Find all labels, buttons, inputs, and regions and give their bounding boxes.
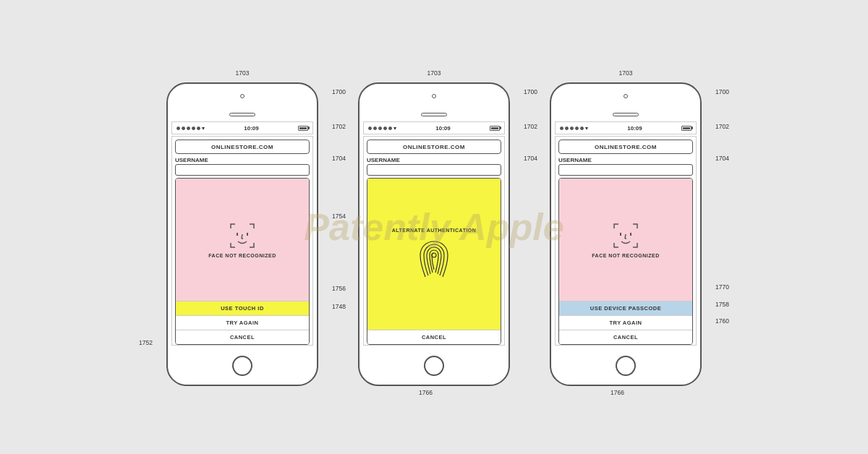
phone1-face-icon bbox=[228, 221, 257, 250]
phone3-anno-right-btn2: 1758 bbox=[715, 301, 729, 308]
phone1-try-again-btn[interactable]: TRY AGAIN bbox=[176, 315, 309, 330]
phone1-anno-right-btn1: 1756 bbox=[332, 285, 346, 292]
phone3-anno-right-top: 1700 bbox=[715, 88, 729, 95]
phone2-username-label: USERNAME bbox=[367, 157, 501, 163]
phone1-wrapper: 1703 1700 1702 1704 1754 1756 1748 1752 bbox=[166, 82, 318, 386]
phone3-home-button[interactable] bbox=[616, 356, 636, 376]
phone1-username-label: USERNAME bbox=[175, 157, 310, 163]
signal-dot2 bbox=[182, 127, 185, 130]
phone2-fingerprint-box: ALTERNATE AUTHENTICATION bbox=[367, 179, 501, 330]
phone1-screen: ONLINESTORE.COM USERNAME bbox=[171, 136, 313, 346]
phone2-cancel-btn[interactable]: CANCEL bbox=[367, 330, 501, 344]
signal-dot5 bbox=[197, 127, 200, 130]
phone1-url-text: ONLINESTORE.COM bbox=[211, 144, 273, 150]
signal-dot4 bbox=[192, 127, 195, 130]
phone3-anno-right-btn1: 1770 bbox=[715, 283, 729, 291]
phone1-anno-right-btn2: 1748 bbox=[332, 303, 346, 310]
phone2-battery-icon bbox=[490, 126, 500, 131]
phone3-cancel-btn[interactable]: CANCEL bbox=[559, 330, 692, 344]
wifi-icon: ▾ bbox=[202, 125, 205, 132]
phone2-url-bar: ONLINESTORE.COM bbox=[367, 140, 501, 154]
phone2-top bbox=[359, 84, 509, 121]
phone3-bottom bbox=[551, 347, 700, 385]
phone2-url-text: ONLINESTORE.COM bbox=[403, 144, 465, 150]
phone3-speaker bbox=[613, 113, 639, 116]
phone1-anno-right-status: 1702 bbox=[332, 123, 346, 130]
phone3-url-bar: ONLINESTORE.COM bbox=[558, 140, 693, 154]
signal-dot1 bbox=[176, 127, 180, 130]
svg-point-4 bbox=[432, 253, 436, 257]
phone1-anno-right-dialog: 1754 bbox=[332, 213, 346, 220]
phone3-url-text: ONLINESTORE.COM bbox=[595, 144, 657, 150]
phone3-face-not-recognized: FACE NOT RECOGNIZED bbox=[592, 253, 660, 258]
phone3-screen: ONLINESTORE.COM USERNAME bbox=[555, 136, 697, 346]
phone2-wifi-icon: ▾ bbox=[393, 125, 396, 132]
phone2-battery bbox=[490, 126, 500, 131]
phone2-anno-top: 1703 bbox=[427, 69, 441, 77]
phone1-speaker bbox=[229, 113, 255, 116]
phone2-speaker bbox=[421, 113, 447, 116]
phone1-face-id-box: FACE NOT RECOGNIZED bbox=[176, 179, 309, 301]
phone1-status-bar: ▾ 10:09 bbox=[171, 121, 313, 134]
phone3-anno-right-status: 1702 bbox=[715, 123, 729, 130]
phone1-battery bbox=[298, 126, 308, 131]
phone3-wrapper: 1703 1700 1702 1704 1770 1758 1760 1766 bbox=[550, 82, 702, 386]
phone2-time: 10:09 bbox=[435, 125, 450, 132]
phone3-input bbox=[558, 164, 693, 176]
phone3-battery bbox=[681, 126, 692, 131]
phone2: ▾ 10:09 ONLINESTORE.COM USERNAME bbox=[358, 82, 510, 386]
phone1-home-button[interactable] bbox=[232, 356, 252, 376]
svg-line-2 bbox=[242, 234, 242, 239]
phone2-camera bbox=[432, 94, 436, 98]
phone2-anno-bottom-cancel: 1766 bbox=[419, 389, 433, 396]
phone2-signal: ▾ bbox=[368, 125, 396, 132]
phone2-home-button[interactable] bbox=[424, 356, 444, 376]
phone3-anno-right-btn3: 1760 bbox=[715, 317, 729, 325]
phone3-top bbox=[551, 84, 700, 121]
phone1-anno-right-top: 1700 bbox=[332, 88, 346, 95]
phone1-face-not-recognized: FACE NOT RECOGNIZED bbox=[208, 253, 276, 258]
phone3-status-bar: ▾ 10:09 bbox=[555, 121, 697, 134]
phone3-wifi-icon: ▾ bbox=[585, 125, 588, 132]
phone1-time: 10:09 bbox=[244, 125, 258, 132]
phone3-dialog: FACE NOT RECOGNIZED USE DEVICE PASSCODE … bbox=[558, 178, 693, 345]
phone1-signal: ▾ bbox=[176, 125, 205, 132]
battery-fill bbox=[299, 127, 307, 129]
signal-dot3 bbox=[187, 127, 190, 130]
phone1-anno-top: 1703 bbox=[236, 69, 250, 77]
phone3-anno-right-field: 1704 bbox=[715, 155, 729, 162]
phone3-time: 10:09 bbox=[627, 125, 642, 132]
phone2-anno-right-field: 1704 bbox=[524, 155, 537, 162]
phone2-input bbox=[367, 164, 501, 176]
phones-row: 1703 1700 1702 1704 1754 1756 1748 1752 bbox=[166, 68, 702, 386]
battery-icon bbox=[298, 126, 308, 131]
phone3-use-device-passcode-btn[interactable]: USE DEVICE PASSCODE bbox=[559, 301, 692, 315]
phone3-camera bbox=[624, 94, 628, 98]
phone2-screen: ONLINESTORE.COM USERNAME ALTERNATE AUTHE… bbox=[363, 136, 505, 346]
phone3-anno-top: 1703 bbox=[619, 69, 633, 77]
phone1-camera bbox=[240, 94, 244, 98]
phone2-anno-right-top: 1700 bbox=[524, 88, 537, 95]
phone3-battery-icon bbox=[681, 126, 692, 131]
phone1-anno-right-field: 1704 bbox=[332, 155, 346, 162]
phone1-dialog: FACE NOT RECOGNIZED USE TOUCH ID TRY AGA… bbox=[175, 178, 310, 345]
phone3-try-again-btn[interactable]: TRY AGAIN bbox=[559, 315, 692, 330]
phone1-use-touch-id-btn[interactable]: USE TOUCH ID bbox=[176, 301, 309, 315]
phone3-username-label: USERNAME bbox=[558, 157, 693, 163]
phone1-input bbox=[175, 164, 310, 176]
phone1-cancel-btn[interactable]: CANCEL bbox=[176, 330, 309, 344]
phone1-anno-left-bottom: 1752 bbox=[139, 339, 153, 346]
phone2-dialog: ALTERNATE AUTHENTICATION bbox=[367, 178, 501, 345]
phone1-top bbox=[168, 84, 317, 121]
phone3-face-icon bbox=[611, 221, 640, 250]
phone3: ▾ 10:09 ONLINESTORE.COM USERNAME bbox=[550, 82, 702, 386]
fingerprint-svg bbox=[416, 238, 452, 281]
phone2-alt-auth-label: ALTERNATE AUTHENTICATION bbox=[392, 227, 477, 234]
phone1-bottom bbox=[168, 347, 317, 385]
phone2-anno-right-status: 1702 bbox=[524, 123, 537, 130]
phone1-url-bar: ONLINESTORE.COM bbox=[175, 140, 310, 154]
phone3-anno-bottom-cancel: 1766 bbox=[610, 389, 624, 396]
phone2-bottom bbox=[359, 347, 509, 385]
phone3-face-id-box: FACE NOT RECOGNIZED bbox=[559, 179, 692, 301]
phone1: ▾ 10:09 ONLINESTORE.COM USERNAME bbox=[166, 82, 318, 386]
